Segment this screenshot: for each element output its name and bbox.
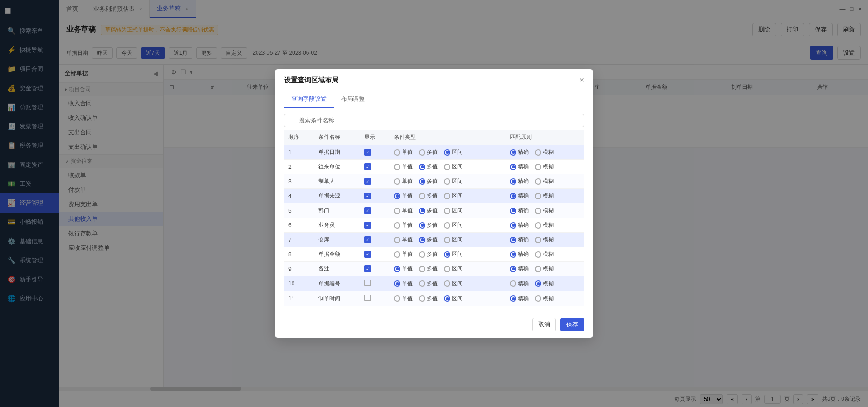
show-checkbox[interactable]: ✓: [364, 207, 371, 214]
radio-match-精确[interactable]: 精确: [510, 265, 529, 273]
modal-search-input[interactable]: [284, 114, 584, 127]
cell-show[interactable]: ✓: [360, 174, 390, 189]
modal-close-button[interactable]: ×: [579, 76, 584, 85]
radio-cond-区间[interactable]: 区间: [444, 178, 463, 185]
radio-cond-多值[interactable]: 多值: [419, 178, 438, 185]
radio-cond-多值[interactable]: 多值: [419, 295, 438, 303]
col-order: 顺序: [284, 130, 314, 145]
cell-cond-type: 单值多值区间: [389, 218, 505, 233]
cell-match: 精确模糊: [505, 145, 584, 160]
radio-match-精确[interactable]: 精确: [510, 207, 529, 214]
radio-cond-单值[interactable]: 单值: [394, 250, 413, 258]
radio-cond-区间[interactable]: 区间: [444, 236, 463, 244]
table-row: 5部门✓单值多值区间精确模糊: [284, 204, 584, 218]
show-checkbox[interactable]: ✓: [364, 149, 371, 156]
cell-show[interactable]: [360, 291, 390, 306]
table-row: 11制单时间单值多值区间精确模糊: [284, 291, 584, 306]
radio-match-模糊[interactable]: 模糊: [535, 207, 554, 214]
radio-cond-单值[interactable]: 单值: [394, 192, 413, 200]
search-wrapper: 🔍: [284, 114, 584, 127]
radio-cond-单值[interactable]: 单值: [394, 207, 413, 214]
radio-cond-区间[interactable]: 区间: [444, 250, 463, 258]
radio-cond-区间[interactable]: 区间: [444, 280, 463, 288]
radio-cond-单值[interactable]: 单值: [394, 148, 413, 156]
radio-match-模糊[interactable]: 模糊: [535, 178, 554, 185]
radio-cond-单值[interactable]: 单值: [394, 236, 413, 244]
radio-cond-多值[interactable]: 多值: [419, 207, 438, 214]
radio-cond-多值[interactable]: 多值: [419, 163, 438, 171]
cell-show[interactable]: ✓: [360, 247, 390, 262]
modal-tabs: 查询字段设置 布局调整: [275, 90, 593, 108]
radio-cond-单值[interactable]: 单值: [394, 178, 413, 185]
show-checkbox[interactable]: ✓: [364, 163, 371, 170]
tab-query-label: 查询字段设置: [291, 95, 327, 102]
radio-match-模糊[interactable]: 模糊: [535, 265, 554, 273]
cell-cond-type: 单值多值区间: [389, 247, 505, 262]
radio-match-模糊[interactable]: 模糊: [535, 148, 554, 156]
cell-show[interactable]: ✓: [360, 145, 390, 160]
modal-header: 设置查询区域布局 ×: [275, 69, 593, 90]
radio-match-精确[interactable]: 精确: [510, 250, 529, 258]
radio-cond-区间[interactable]: 区间: [444, 163, 463, 171]
table-row: 4单据来源✓单值多值区间精确模糊: [284, 189, 584, 204]
cancel-button[interactable]: 取消: [532, 318, 556, 331]
cell-show[interactable]: ✓: [360, 204, 390, 218]
cell-show[interactable]: ✓: [360, 160, 390, 174]
radio-match-精确[interactable]: 精确: [510, 148, 529, 156]
show-checkbox[interactable]: [364, 280, 371, 286]
show-checkbox[interactable]: [364, 295, 371, 301]
modal-tab-query[interactable]: 查询字段设置: [284, 90, 334, 108]
cell-show[interactable]: ✓: [360, 218, 390, 233]
radio-match-模糊[interactable]: 模糊: [535, 192, 554, 200]
cell-order: 8: [284, 247, 314, 262]
show-checkbox[interactable]: ✓: [364, 236, 371, 243]
radio-cond-多值[interactable]: 多值: [419, 280, 438, 288]
radio-match-模糊[interactable]: 模糊: [535, 295, 554, 303]
radio-match-模糊[interactable]: 模糊: [535, 280, 554, 288]
cell-cond-name: 备注: [314, 262, 360, 276]
radio-cond-区间[interactable]: 区间: [444, 221, 463, 229]
show-checkbox[interactable]: ✓: [364, 265, 371, 272]
cell-show[interactable]: ✓: [360, 262, 390, 276]
radio-cond-区间[interactable]: 区间: [444, 148, 463, 156]
radio-cond-单值[interactable]: 单值: [394, 280, 413, 288]
radio-match-精确[interactable]: 精确: [510, 221, 529, 229]
radio-match-精确[interactable]: 精确: [510, 192, 529, 200]
radio-cond-区间[interactable]: 区间: [444, 192, 463, 200]
radio-cond-多值[interactable]: 多值: [419, 192, 438, 200]
radio-cond-单值[interactable]: 单值: [394, 265, 413, 273]
radio-cond-多值[interactable]: 多值: [419, 148, 438, 156]
radio-cond-多值[interactable]: 多值: [419, 250, 438, 258]
show-checkbox[interactable]: ✓: [364, 222, 371, 229]
cell-show[interactable]: [360, 276, 390, 291]
cell-show[interactable]: ✓: [360, 189, 390, 204]
radio-match-精确[interactable]: 精确: [510, 236, 529, 244]
radio-match-模糊[interactable]: 模糊: [535, 163, 554, 171]
radio-cond-单值[interactable]: 单值: [394, 295, 413, 303]
table-row: 10单据编号单值多值区间精确模糊: [284, 276, 584, 291]
radio-match-模糊[interactable]: 模糊: [535, 236, 554, 244]
modal-tab-layout[interactable]: 布局调整: [334, 90, 372, 108]
cell-show[interactable]: ✓: [360, 233, 390, 247]
radio-cond-区间[interactable]: 区间: [444, 295, 463, 303]
radio-cond-单值[interactable]: 单值: [394, 221, 413, 229]
radio-match-精确[interactable]: 精确: [510, 280, 529, 288]
radio-match-精确[interactable]: 精确: [510, 178, 529, 185]
show-checkbox[interactable]: ✓: [364, 251, 371, 258]
radio-cond-多值[interactable]: 多值: [419, 236, 438, 244]
radio-cond-区间[interactable]: 区间: [444, 265, 463, 273]
radio-cond-多值[interactable]: 多值: [419, 221, 438, 229]
show-checkbox[interactable]: ✓: [364, 193, 371, 199]
radio-cond-区间[interactable]: 区间: [444, 207, 463, 214]
cell-match: 精确模糊: [505, 160, 584, 174]
cell-match: 精确模糊: [505, 233, 584, 247]
show-checkbox[interactable]: ✓: [364, 178, 371, 185]
radio-match-精确[interactable]: 精确: [510, 295, 529, 303]
radio-cond-单值[interactable]: 单值: [394, 163, 413, 171]
cell-match: 精确模糊: [505, 218, 584, 233]
radio-match-模糊[interactable]: 模糊: [535, 221, 554, 229]
modal-save-button[interactable]: 保存: [560, 318, 584, 331]
radio-cond-多值[interactable]: 多值: [419, 265, 438, 273]
radio-match-模糊[interactable]: 模糊: [535, 250, 554, 258]
radio-match-精确[interactable]: 精确: [510, 163, 529, 171]
